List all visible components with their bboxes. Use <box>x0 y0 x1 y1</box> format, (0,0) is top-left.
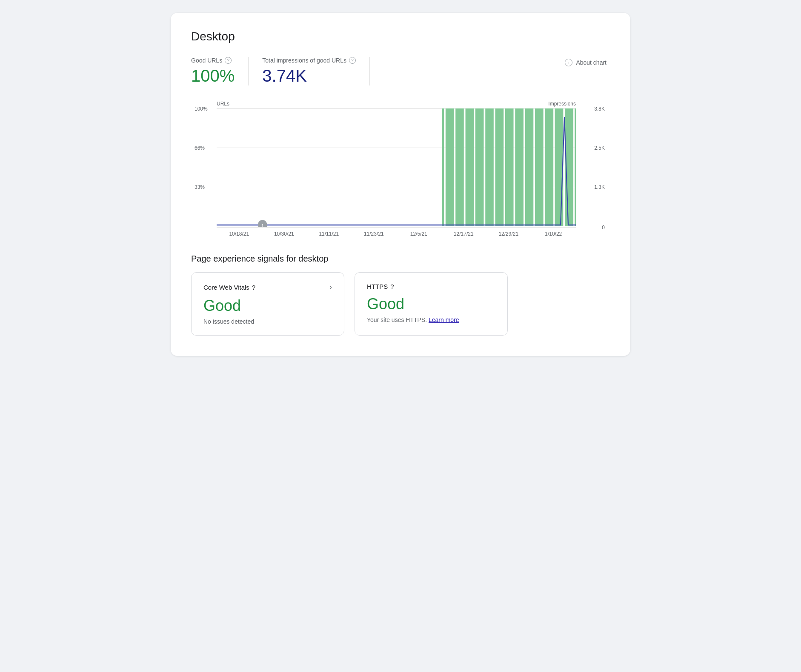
x-label-3: 11/23/21 <box>352 231 397 237</box>
cwv-help-icon[interactable]: ? <box>252 284 255 291</box>
core-web-vitals-card: Core Web Vitals ? › Good No issues detec… <box>191 272 344 336</box>
https-help-icon[interactable]: ? <box>390 283 394 290</box>
good-urls-label: Good URLs ? <box>191 57 235 64</box>
chart-area: 100% 3.8K 66% 2.5K 33% 1.3K 0 <box>217 108 576 228</box>
signals-section-title: Page experience signals for desktop <box>191 254 610 264</box>
y-label-right-13: 1.3K <box>594 184 605 190</box>
total-impressions-label: Total impressions of good URLs ? <box>262 57 356 64</box>
cwv-status: Good <box>203 297 332 315</box>
y-label-right-38: 3.8K <box>594 106 605 112</box>
x-label-1: 10/30/21 <box>262 231 307 237</box>
total-impressions-help-icon[interactable]: ? <box>349 57 356 64</box>
good-urls-metric: Good URLs ? 100% <box>191 57 249 85</box>
grid-line-0: 0 <box>217 227 576 228</box>
y-label-left-100: 100% <box>195 106 208 112</box>
signals-row: Core Web Vitals ? › Good No issues detec… <box>191 272 610 336</box>
cwv-card-header: Core Web Vitals ? › <box>203 283 332 292</box>
x-label-4: 12/5/21 <box>396 231 441 237</box>
chart-container: URLs Impressions 100% 3.8K 66% 2.5K 33% … <box>191 101 610 237</box>
cwv-label: Core Web Vitals <box>203 284 249 291</box>
page-title: Desktop <box>191 30 610 43</box>
good-urls-help-icon[interactable]: ? <box>225 57 232 64</box>
y-label-right-25: 2.5K <box>594 145 605 151</box>
y-axis-left-label: URLs <box>217 101 229 107</box>
x-label-7: 1/10/22 <box>531 231 576 237</box>
good-urls-value: 100% <box>191 66 235 85</box>
info-circle-icon: i <box>565 59 572 66</box>
https-status: Good <box>367 295 495 313</box>
cwv-chevron-icon[interactable]: › <box>329 283 332 292</box>
y-axis-right-label: Impressions <box>548 101 576 107</box>
https-label: HTTPS <box>367 283 388 290</box>
x-label-6: 12/29/21 <box>486 231 531 237</box>
https-name: HTTPS ? <box>367 283 394 290</box>
https-card-header: HTTPS ? <box>367 283 495 290</box>
x-label-2: 11/11/21 <box>306 231 352 237</box>
metrics-row: Good URLs ? 100% Total impressions of go… <box>191 57 610 85</box>
bar-chart <box>442 108 576 226</box>
y-label-left-66: 66% <box>195 145 205 151</box>
x-labels: 10/18/21 10/30/21 11/11/21 11/23/21 12/5… <box>217 231 576 237</box>
https-card: HTTPS ? Good Your site uses HTTPS. Learn… <box>355 272 508 336</box>
https-learn-more-link[interactable]: Learn more <box>429 316 459 323</box>
y-label-left-33: 33% <box>195 184 205 190</box>
x-label-5: 12/17/21 <box>441 231 486 237</box>
https-description: Your site uses HTTPS. Learn more <box>367 316 495 323</box>
total-impressions-metric: Total impressions of good URLs ? 3.74K <box>262 57 370 85</box>
about-chart-button[interactable]: i About chart <box>561 57 610 68</box>
y-label-right-0: 0 <box>602 225 605 231</box>
cwv-description: No issues detected <box>203 318 332 325</box>
x-label-0: 10/18/21 <box>217 231 262 237</box>
total-impressions-value: 3.74K <box>262 66 356 85</box>
chart-axes-labels: URLs Impressions <box>217 101 576 107</box>
main-card: Desktop Good URLs ? 100% Total impressio… <box>171 13 630 356</box>
cwv-name: Core Web Vitals ? <box>203 284 255 291</box>
chart-svg: 1 <box>217 108 576 227</box>
annotation-label: 1 <box>261 224 264 227</box>
